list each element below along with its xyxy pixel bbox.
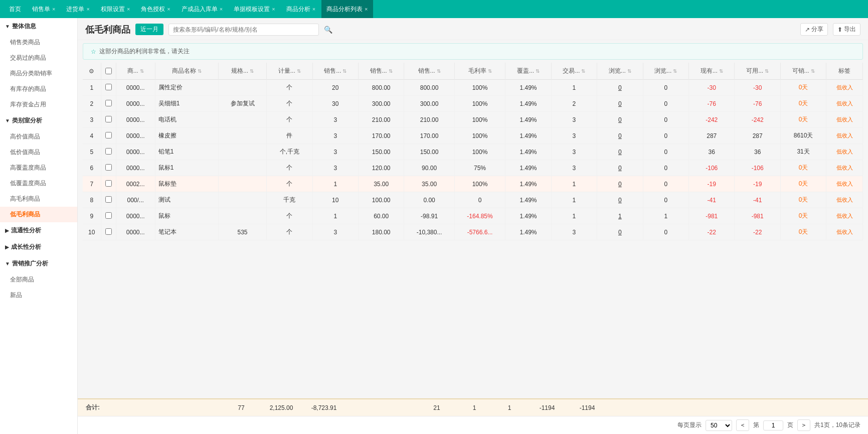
close-product-inbound-icon[interactable]: × bbox=[220, 6, 223, 12]
row-name[interactable]: 测试 bbox=[155, 192, 218, 208]
row-name[interactable]: 橡皮擦 bbox=[155, 128, 218, 144]
sidebar-item-low-coverage[interactable]: 低覆盖度商品 bbox=[0, 176, 77, 191]
row-view1[interactable]: 0 bbox=[597, 224, 643, 240]
nav-template-settings[interactable]: 单据模板设置 × bbox=[229, 0, 280, 18]
col-sales-price[interactable]: 销售...⇅ bbox=[358, 63, 404, 80]
col-coverage[interactable]: 覆盖...⇅ bbox=[505, 63, 551, 80]
select-all-checkbox[interactable] bbox=[105, 68, 112, 74]
row-checkbox[interactable] bbox=[105, 148, 112, 155]
close-sales-order-icon[interactable]: × bbox=[52, 6, 55, 12]
next-page-button[interactable]: ＞ bbox=[797, 419, 810, 431]
row-checkbox[interactable] bbox=[105, 100, 112, 106]
export-button[interactable]: ⬆ 导出 bbox=[833, 23, 860, 36]
date-filter-button[interactable]: 近一月 bbox=[135, 24, 163, 35]
close-permission-icon[interactable]: × bbox=[127, 6, 130, 12]
row-name[interactable]: 鼠标垫 bbox=[155, 176, 218, 192]
row-view1[interactable]: 0 bbox=[597, 96, 643, 112]
sidebar-group-category-analysis[interactable]: ▼ 类别室分析 bbox=[0, 112, 77, 129]
close-analysis-list-icon[interactable]: × bbox=[365, 6, 368, 12]
col-gross-margin[interactable]: 毛利率⇅ bbox=[454, 63, 505, 80]
row-checkbox-cell[interactable] bbox=[101, 192, 116, 208]
sidebar-group-overall[interactable]: ▼ 整体信息 bbox=[0, 18, 77, 35]
row-checkbox-cell[interactable] bbox=[101, 128, 116, 144]
sidebar-item-traded-products[interactable]: 交易过的商品 bbox=[0, 50, 77, 66]
col-sales-amount[interactable]: 销售...⇅ bbox=[404, 63, 454, 80]
row-name[interactable]: 电话机 bbox=[155, 112, 218, 128]
sidebar-item-inventory-capital[interactable]: 库存资金占用 bbox=[0, 97, 77, 112]
row-view1[interactable]: 0 bbox=[597, 160, 643, 176]
row-checkbox-cell[interactable] bbox=[101, 96, 116, 112]
row-checkbox[interactable] bbox=[105, 84, 112, 90]
sidebar-item-high-value[interactable]: 高价值商品 bbox=[0, 129, 77, 144]
col-trade[interactable]: 交易...⇅ bbox=[551, 63, 597, 80]
nav-purchase-order[interactable]: 进货单 × bbox=[61, 0, 94, 18]
row-checkbox-cell[interactable] bbox=[101, 208, 116, 224]
col-view1[interactable]: 浏览...⇅ bbox=[597, 63, 643, 80]
nav-analysis-list[interactable]: 商品分析列表 × bbox=[321, 0, 373, 18]
prev-page-button[interactable]: ＜ bbox=[736, 419, 749, 431]
sidebar-group-circulation[interactable]: ▶ 流通性分析 bbox=[0, 222, 77, 239]
col-code[interactable]: 商...⇅ bbox=[116, 63, 155, 80]
row-checkbox-cell[interactable] bbox=[101, 112, 116, 128]
row-view1[interactable]: 0 bbox=[597, 80, 643, 96]
close-role-auth-icon[interactable]: × bbox=[167, 6, 170, 12]
nav-sales-order[interactable]: 销售单 × bbox=[27, 0, 60, 18]
row-checkbox[interactable] bbox=[105, 164, 112, 171]
col-settings[interactable]: ⚙ bbox=[83, 63, 101, 80]
row-view1[interactable]: 1 bbox=[597, 208, 643, 224]
col-name[interactable]: 商品名称⇅ bbox=[155, 63, 218, 80]
row-view1[interactable]: 0 bbox=[597, 176, 643, 192]
sidebar-item-new-products[interactable]: 新品 bbox=[0, 287, 77, 303]
row-name[interactable]: 吴细细1 bbox=[155, 96, 218, 112]
row-name[interactable]: 属性定价 bbox=[155, 80, 218, 96]
row-view1[interactable]: 0 bbox=[597, 128, 643, 144]
nav-permission-settings[interactable]: 权限设置 × bbox=[96, 0, 135, 18]
row-checkbox-cell[interactable] bbox=[101, 80, 116, 96]
sidebar-item-sales-products[interactable]: 销售类商品 bbox=[0, 35, 77, 50]
row-name[interactable]: 铅笔1 bbox=[155, 144, 218, 160]
row-checkbox[interactable] bbox=[105, 196, 112, 203]
row-view1[interactable]: 0 bbox=[597, 192, 643, 208]
search-icon[interactable]: 🔍 bbox=[324, 26, 332, 34]
col-available[interactable]: 可用...⇅ bbox=[735, 63, 780, 80]
search-input[interactable] bbox=[168, 24, 319, 36]
col-tag[interactable]: 标签 bbox=[826, 63, 863, 80]
row-view1[interactable]: 0 bbox=[597, 112, 643, 128]
nav-home[interactable]: 首页 bbox=[4, 0, 26, 18]
nav-product-analysis[interactable]: 商品分析 × bbox=[281, 0, 320, 18]
sidebar-group-marketing[interactable]: ▼ 营销推广分析 bbox=[0, 255, 77, 272]
col-current-stock[interactable]: 现有...⇅ bbox=[689, 63, 735, 80]
sidebar-item-in-stock-products[interactable]: 有库存的商品 bbox=[0, 81, 77, 97]
page-number-input[interactable] bbox=[763, 420, 783, 430]
sidebar-item-high-margin[interactable]: 高毛利商品 bbox=[0, 191, 77, 207]
row-name[interactable]: 鼠标 bbox=[155, 208, 218, 224]
col-checkbox[interactable] bbox=[101, 63, 116, 80]
close-template-icon[interactable]: × bbox=[272, 6, 275, 12]
page-size-select[interactable]: 50 100 200 bbox=[706, 420, 732, 431]
row-checkbox[interactable] bbox=[105, 180, 112, 187]
col-view2[interactable]: 浏览...⇅ bbox=[643, 63, 688, 80]
close-product-analysis-icon[interactable]: × bbox=[312, 6, 315, 12]
sidebar-item-category-sales-rate[interactable]: 商品分类助销率 bbox=[0, 66, 77, 81]
sidebar-item-low-value[interactable]: 低价值商品 bbox=[0, 144, 77, 160]
row-checkbox-cell[interactable] bbox=[101, 224, 116, 240]
row-checkbox[interactable] bbox=[105, 116, 112, 122]
nav-role-auth[interactable]: 角色授权 × bbox=[136, 0, 175, 18]
sidebar-item-high-coverage[interactable]: 高覆盖度商品 bbox=[0, 160, 77, 176]
close-purchase-order-icon[interactable]: × bbox=[86, 6, 89, 12]
sidebar-item-all-products[interactable]: 全部商品 bbox=[0, 272, 77, 287]
sidebar-group-growth[interactable]: ▶ 成长性分析 bbox=[0, 239, 77, 255]
col-sales-qty[interactable]: 销售...⇅ bbox=[312, 63, 358, 80]
row-checkbox-cell[interactable] bbox=[101, 176, 116, 192]
settings-icon[interactable]: ⚙ bbox=[89, 68, 94, 75]
row-checkbox[interactable] bbox=[105, 228, 112, 235]
col-sellable[interactable]: 可销...⇅ bbox=[780, 63, 826, 80]
row-name[interactable]: 鼠标1 bbox=[155, 160, 218, 176]
col-spec[interactable]: 规格...⇅ bbox=[218, 63, 266, 80]
col-unit[interactable]: 计量...⇅ bbox=[267, 63, 312, 80]
row-view1[interactable]: 0 bbox=[597, 144, 643, 160]
share-button[interactable]: ↗ 分享 bbox=[800, 23, 828, 36]
row-checkbox-cell[interactable] bbox=[101, 160, 116, 176]
row-checkbox-cell[interactable] bbox=[101, 144, 116, 160]
row-name[interactable]: 笔记本 bbox=[155, 224, 218, 240]
